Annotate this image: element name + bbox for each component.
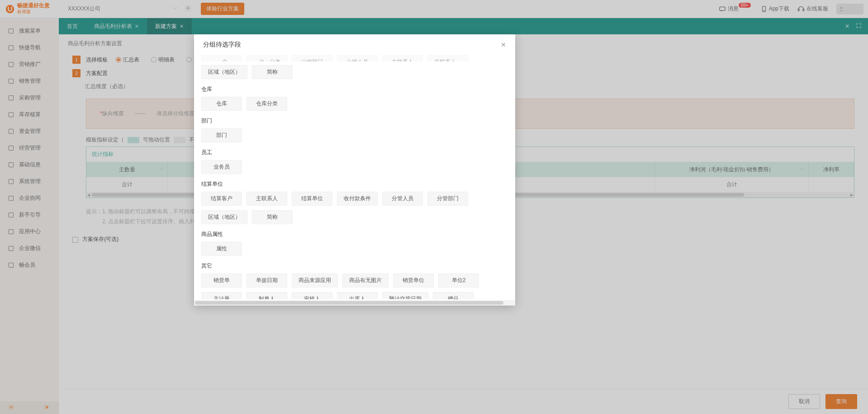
field-chip[interactable]: 分管人员 [382, 192, 423, 206]
field-chip[interactable]: 单据日期 [247, 273, 287, 287]
group-field-modal: 分组待选字段 ✕ …户…户 分类分管部门分管人员主联系人主联系人……邮寄地址 区… [194, 34, 515, 306]
field-chip[interactable]: 结算客户 [201, 192, 242, 206]
group-title: 仓库 [201, 85, 508, 93]
field-chip[interactable]: 制单人 [247, 292, 287, 299]
field-chip[interactable]: …户 [201, 55, 242, 61]
field-chip[interactable]: 仓库 [201, 97, 242, 111]
field-chip[interactable]: 审核人 [292, 292, 332, 299]
field-chip[interactable]: 分管人员 [337, 55, 378, 61]
modal-title: 分组待选字段 [203, 41, 241, 49]
field-chip[interactable]: 区域（地区） [201, 65, 247, 79]
field-chip[interactable]: 赠品 [433, 292, 474, 299]
field-chip[interactable]: 销货单 [201, 273, 242, 287]
field-chip[interactable]: 收付款条件 [337, 192, 378, 206]
field-chip[interactable]: 简称 [252, 65, 293, 79]
field-chip[interactable]: 主联系人… [427, 55, 468, 61]
modal-body: …户…户 分类分管部门分管人员主联系人主联系人……邮寄地址 区域（地区）简称 仓… [194, 55, 515, 299]
group-title: 其它 [201, 262, 508, 270]
modal-header: 分组待选字段 ✕ [194, 34, 515, 55]
field-chip[interactable]: 主计量 [201, 292, 242, 299]
modal-hscrollbar[interactable] [194, 300, 515, 306]
group-title: 结算单位 [201, 180, 508, 188]
field-chip[interactable]: 业务员 [201, 160, 242, 174]
group-title: 部门 [201, 117, 508, 125]
field-chip[interactable]: 出库人 [337, 292, 378, 299]
field-chip[interactable]: 属性 [201, 242, 242, 256]
field-chip[interactable]: 简称 [252, 210, 293, 224]
field-chip[interactable]: 商品来源应用 [292, 273, 338, 287]
field-chip[interactable]: …户 分类 [247, 55, 287, 61]
field-chip[interactable]: 分管部门 [292, 55, 332, 61]
field-chip[interactable]: 单位2 [438, 273, 479, 287]
field-chip[interactable]: 区域（地区） [201, 210, 247, 224]
field-chip[interactable]: 分管部门 [427, 192, 468, 206]
field-chip[interactable]: 销货单位 [393, 273, 434, 287]
modal-close-icon[interactable]: ✕ [501, 41, 506, 48]
field-chip[interactable]: 主联系人 [247, 192, 287, 206]
group-title: 员工 [201, 149, 508, 156]
group-title: 商品属性 [201, 231, 508, 238]
field-chip[interactable]: 商品有无图片 [342, 273, 389, 287]
field-chip[interactable]: 结算单位 [292, 192, 332, 206]
field-chip[interactable]: 部门 [201, 128, 242, 142]
field-chip[interactable]: 主联系人 [382, 55, 423, 61]
field-chip[interactable]: 仓库分类 [247, 97, 287, 111]
field-chip[interactable]: 预计交货日期 [382, 292, 428, 299]
